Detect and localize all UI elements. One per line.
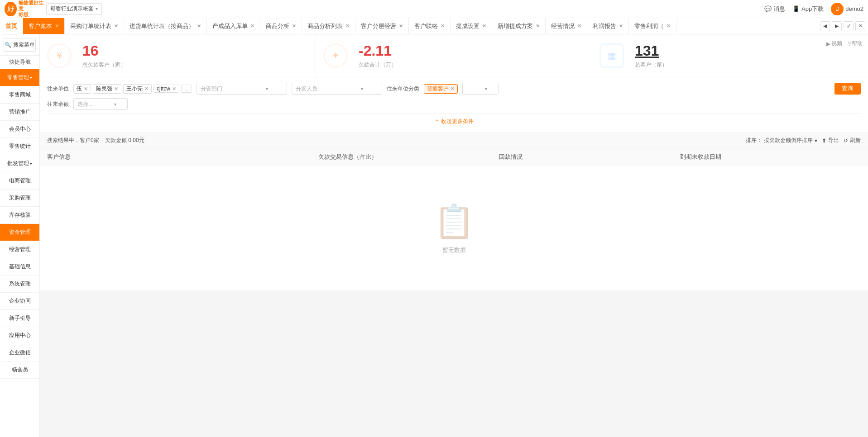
empty-icon: 📋: [434, 202, 475, 241]
sort-selector[interactable]: 排序： 按欠款金额倒序排序 ▾: [746, 137, 817, 144]
remove-tag-cjttcw[interactable]: ✕: [172, 86, 176, 92]
sidebar-item-pro-member[interactable]: 畅会员: [0, 361, 39, 379]
balance-selector[interactable]: 选择... ▾: [73, 98, 128, 110]
close-icon[interactable]: ✕: [292, 23, 296, 29]
sidebar-item-operations[interactable]: 经营管理: [0, 241, 39, 258]
dept-extra-icon: ···: [272, 86, 276, 91]
person-dropdown-arrow: ▾: [361, 86, 363, 91]
sidebar-item-enterprise-collab[interactable]: 企业协同: [0, 293, 39, 310]
tab-product-entry[interactable]: 产成品入库单 ✕: [207, 18, 260, 34]
app-download-button[interactable]: 📱 App下载: [792, 5, 824, 13]
tab-accounts[interactable]: 客户账本 ✕: [23, 18, 65, 34]
workspace-dropdown-arrow: ▾: [96, 6, 98, 11]
stat-value-credit-customers: 16: [82, 43, 126, 59]
remove-category-tag[interactable]: ✕: [451, 86, 455, 92]
tab-business-status[interactable]: 经营情况 ✕: [546, 18, 587, 34]
user-menu[interactable]: D demo2: [831, 3, 863, 15]
close-icon[interactable]: ✕: [399, 23, 403, 29]
remove-tag-chen[interactable]: ✕: [114, 86, 118, 92]
tab-home[interactable]: 首页: [0, 18, 23, 34]
tab-nav-arrows: ◀ ▶ ⤢ ✕: [817, 21, 868, 31]
filter-row-1: 往来单位 伍 ✕ 陈民强 ✕ 王小亮 ✕ cjttcw: [47, 83, 861, 95]
download-icon: 📱: [792, 5, 800, 12]
collapse-icon: ⌃: [435, 119, 439, 125]
person-selector[interactable]: 分管人员 ▾ ···: [292, 83, 382, 95]
search-result-info: 搜索结果中，客户0家 欠款金额 0.00元: [47, 137, 144, 144]
sidebar-item-retail-stats[interactable]: 零售统计: [0, 138, 39, 155]
close-icon[interactable]: ✕: [536, 23, 540, 29]
category-dropdown[interactable]: ▾: [462, 83, 499, 95]
query-button[interactable]: 查询: [834, 83, 861, 95]
close-icon[interactable]: ✕: [345, 23, 350, 29]
balance-dropdown-arrow: ▾: [114, 102, 116, 107]
message-button[interactable]: 💬 消息: [764, 5, 785, 13]
sidebar-search-section: 🔍 搜索菜单: [0, 34, 39, 56]
tab-new-promotion[interactable]: 新增提成方案 ✕: [492, 18, 546, 34]
search-menu-button[interactable]: 🔍 搜索菜单: [4, 38, 36, 52]
tab-expand[interactable]: ⤢: [844, 21, 854, 31]
close-icon[interactable]: ✕: [114, 23, 118, 29]
sidebar-item-new-guide[interactable]: 新手引导: [0, 310, 39, 327]
sidebar-item-purchase[interactable]: 采购管理: [0, 190, 39, 207]
tab-profit-report[interactable]: 利润报告 ✕: [587, 18, 629, 34]
unit-category-tags: 普通客户 ✕: [424, 84, 458, 94]
sidebar: 🔍 搜索菜单 快捷导航 零售管理 ▾ 零售商城 营销推广 会员中心 零售统计: [0, 34, 40, 437]
more-tags-button[interactable]: ...: [181, 85, 192, 93]
tab-scroll-left[interactable]: ◀: [820, 21, 830, 31]
sidebar-item-retail-shop[interactable]: 零售商城: [0, 86, 39, 104]
header-actions: 💬 消息 📱 App下载 D demo2: [764, 3, 863, 15]
remove-tag-wu[interactable]: ✕: [84, 86, 88, 92]
close-icon[interactable]: ✕: [577, 23, 581, 29]
col-repayment: 回款情况: [499, 153, 680, 161]
sidebar-item-basic-info[interactable]: 基础信息: [0, 258, 39, 276]
help-button[interactable]: ? 帮助: [848, 40, 863, 48]
dept-selector[interactable]: 分管部门 ▾ ···: [197, 83, 287, 95]
tab-scroll-right[interactable]: ▶: [832, 21, 842, 31]
stat-bg-circle2: ✦: [323, 43, 348, 68]
tab-retail-profit[interactable]: 零售利润（ ✕: [629, 18, 676, 34]
remove-tag-wang[interactable]: ✕: [144, 86, 149, 92]
tab-goods-analysis[interactable]: 商品分析 ✕: [260, 18, 302, 34]
close-icon[interactable]: ✕: [441, 23, 445, 29]
tab-goods-analysis-list[interactable]: 商品分析列表 ✕: [302, 18, 355, 34]
tab-promotion-settings[interactable]: 提成设置 ✕: [451, 18, 492, 34]
tab-customer-contact[interactable]: 客户联络 ✕: [409, 18, 451, 34]
close-icon[interactable]: ✕: [250, 23, 254, 29]
tab-purchase-order[interactable]: 采购订单统计表 ✕: [65, 18, 124, 34]
close-icon[interactable]: ✕: [619, 23, 623, 29]
sidebar-item-app-center[interactable]: 应用中心: [0, 327, 39, 344]
tab-collapse[interactable]: ✕: [855, 21, 865, 31]
close-icon[interactable]: ✕: [197, 23, 201, 29]
sidebar-item-inventory[interactable]: 库存核算: [0, 207, 39, 224]
sidebar-item-retail-mgmt[interactable]: 零售管理 ▾: [0, 69, 39, 86]
stat-value-credit-amount: -2.11: [359, 43, 397, 59]
sidebar-item-quick-nav[interactable]: 快捷导航: [0, 56, 39, 69]
collapse-button[interactable]: ⌃ 收起更多条件: [427, 116, 481, 127]
unit-category-label: 往来单位分类: [387, 85, 419, 93]
sidebar-item-enterprise-wechat[interactable]: 企业微信: [0, 344, 39, 361]
sidebar-item-finance[interactable]: 资金管理: [0, 224, 39, 241]
close-icon[interactable]: ✕: [667, 23, 671, 29]
col-due-date: 到期未收款日期: [680, 153, 861, 161]
sidebar-item-ecommerce[interactable]: 电商管理: [0, 172, 39, 190]
stat-credit-amount: ✦ -2.11 欠款合计（万）: [316, 34, 592, 77]
sidebar-item-marketing[interactable]: 营销推广: [0, 104, 39, 121]
empty-state: 📋 暂无数据: [40, 166, 868, 290]
content-area: ¥ 16 总欠款客户（家） ✦ -2.11 欠款合计（万） ▦: [40, 34, 868, 437]
sidebar-item-system-mgmt[interactable]: 系统管理: [0, 276, 39, 293]
unit-tags: 伍 ✕ 陈民强 ✕ 王小亮 ✕ cjttcw ✕ ...: [73, 84, 192, 94]
video-help-button[interactable]: ▶ 视频: [826, 40, 842, 48]
tab-stock-stat[interactable]: 进货单统计表（按商品） ✕: [124, 18, 207, 34]
stat-credit-customers: ¥ 16 总欠款客户（家）: [40, 34, 316, 77]
refresh-button[interactable]: ↺ 刷新: [844, 137, 861, 144]
workspace-selector[interactable]: 母婴行业演示帐套 ▾: [46, 3, 102, 15]
unit-tag-wang: 王小亮 ✕: [123, 84, 152, 94]
tab-customer-tier[interactable]: 客户分层经营 ✕: [355, 18, 409, 34]
sidebar-item-wholesale[interactable]: 批发管理 ▾: [0, 155, 39, 172]
close-icon[interactable]: ✕: [55, 23, 59, 29]
col-credit-info: 欠款交易信息（占比）: [318, 153, 499, 161]
help-icon: ?: [848, 41, 851, 47]
close-icon[interactable]: ✕: [482, 23, 486, 29]
sidebar-item-member-center[interactable]: 会员中心: [0, 121, 39, 138]
export-button[interactable]: ⬆ 导出: [822, 137, 839, 144]
